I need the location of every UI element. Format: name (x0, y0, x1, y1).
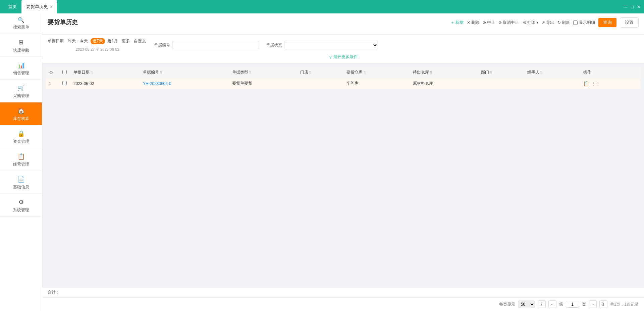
col-action: 操作 (580, 67, 641, 78)
display-detail-label: 显示明细 (579, 20, 595, 26)
shortcut-1month[interactable]: 近1月 (106, 38, 119, 44)
row-bill-no: YH-20230602-0 (140, 78, 229, 89)
purchase-icon: 🛒 (17, 84, 25, 92)
stop-button[interactable]: ⊘ 中止 (483, 20, 495, 26)
select-all-checkbox[interactable] (62, 70, 67, 74)
sidebar-item-operation[interactable]: 📋 经营管理 (0, 148, 42, 171)
shortcut-custom[interactable]: 自定义 (132, 38, 147, 44)
sort-date-icon[interactable]: ⇅ (90, 71, 93, 74)
tab-bar: + 新增 首页 要货单历史 × (3, 0, 623, 13)
display-detail-checkbox[interactable] (573, 20, 578, 25)
sort-billno-icon[interactable]: ⇅ (160, 71, 162, 74)
row-checkbox-cell (59, 78, 70, 89)
footer-total: 合计： (48, 290, 639, 295)
shortcut-yesterday[interactable]: 昨天 (66, 38, 77, 44)
page-size-select[interactable]: 50 100 200 (518, 301, 535, 308)
row-handler (524, 78, 580, 89)
window-close[interactable]: ✕ (637, 4, 641, 9)
sidebar-item-basic[interactable]: 📄 基础信息 (0, 171, 42, 194)
col-handler: 经手人⇅ (524, 67, 580, 78)
page-title: 要货单历史 (48, 18, 78, 30)
cancel-stop-icon: ⊘ (498, 20, 502, 25)
page-label: 第 (559, 302, 563, 307)
sidebar-item-sales[interactable]: 📊 销售管理 (0, 57, 42, 80)
tab-history[interactable]: 要货单历史 × (21, 0, 57, 13)
row-edit-icon[interactable]: 📋 (583, 81, 589, 86)
main-layout: 🔍 搜索菜单 ⊞ 快捷导航 📊 销售管理 🛒 采购管理 🏠 库存核算 🔒 资金管… (0, 13, 644, 311)
table-row: 1 2023-06-02 YH-20230602-0 要货单要货 车间库 (46, 78, 641, 89)
prev-page-button[interactable]: ＜ (548, 300, 556, 308)
bill-no-filter-group: 单据编号 (154, 41, 259, 49)
query-button[interactable]: 查询 (598, 18, 616, 27)
search-icon: 🔍 (18, 17, 24, 23)
basic-label: 基础信息 (13, 184, 29, 190)
export-button[interactable]: ↗ 导出 (542, 20, 554, 26)
sidebar-item-system[interactable]: ⚙ 系统管理 (0, 194, 42, 217)
page-header: 要货单历史 ＋ 新增 ✕ 删除 ⊘ 中止 ⊘ (42, 13, 644, 35)
sidebar-item-finance[interactable]: 🔒 资金管理 (0, 125, 42, 148)
status-label: 单据状态 (266, 42, 282, 48)
sidebar-search[interactable]: 🔍 搜索菜单 (0, 13, 42, 34)
top-bar: + 新增 首页 要货单历史 × — □ ✕ (0, 0, 644, 13)
row-pending-warehouse: 原材料仓库 (410, 78, 478, 89)
bill-no-label: 单据编号 (154, 42, 170, 48)
date-range-display: 2023-05-27 至 2023-06-02 (76, 47, 119, 52)
sidebar-item-purchase[interactable]: 🛒 采购管理 (0, 80, 42, 102)
expand-more-button[interactable]: ∨ 展开更多条件 (48, 54, 639, 60)
filter-bar: 单据日期 昨天 今天 近7天 近1月 更多 自定义 2023-05-27 至 2… (42, 35, 644, 63)
date-label: 单据日期 (48, 38, 64, 44)
sidebar-item-inventory[interactable]: 🏠 库存核算 (0, 102, 42, 125)
next-page-button[interactable]: ＞ (589, 300, 597, 308)
delete-button[interactable]: ✕ 删除 (467, 20, 479, 26)
status-filter-group: 单据状态 (266, 41, 378, 49)
export-icon: ↗ (542, 20, 545, 25)
settings-button[interactable]: 设置 (620, 17, 639, 28)
filter-row: 单据日期 昨天 今天 近7天 近1月 更多 自定义 2023-05-27 至 2… (48, 38, 639, 52)
sort-pendingwh-icon[interactable]: ⇅ (430, 71, 432, 74)
tab-close-icon[interactable]: × (50, 4, 52, 9)
bill-no-input[interactable] (172, 41, 259, 49)
col-pending-warehouse: 待出仓库⇅ (410, 67, 478, 78)
sidebar-item-quick-nav[interactable]: ⊞ 快捷导航 (0, 34, 42, 57)
cancel-stop-button[interactable]: ⊘ 取消中止 (498, 20, 519, 26)
table-footer: 合计： (42, 287, 644, 297)
row-store (297, 78, 343, 89)
tab-home[interactable]: + 新增 首页 (3, 0, 21, 13)
page-size-label: 每页显示 (499, 302, 515, 307)
sales-label: 销售管理 (13, 70, 29, 76)
sort-store-icon[interactable]: ⇅ (309, 71, 312, 74)
quick-nav-icon: ⊞ (18, 39, 23, 46)
date-filter-group: 单据日期 昨天 今天 近7天 近1月 更多 自定义 2023-05-27 至 2… (48, 38, 147, 52)
refresh-button[interactable]: ↻ 刷新 (557, 20, 570, 26)
finance-label: 资金管理 (13, 139, 29, 144)
row-bill-no-link[interactable]: YH-20230602-0 (143, 81, 171, 86)
first-page-button[interactable]: ⟪ (538, 300, 546, 308)
page-unit: 页 (582, 302, 586, 307)
settings-col: ⚙ (46, 67, 59, 78)
sort-reqwh-icon[interactable]: ⇅ (363, 71, 366, 74)
last-page-button[interactable]: ⟫ (599, 300, 607, 308)
window-maximize[interactable]: □ (631, 4, 634, 9)
row-date: 2023-06-02 (70, 78, 140, 89)
new-button[interactable]: ＋ 新增 (450, 20, 464, 26)
shortcut-today[interactable]: 今天 (78, 38, 89, 44)
sort-billtype-icon[interactable]: ⇅ (249, 71, 252, 74)
sort-handler-icon[interactable]: ⇅ (540, 71, 543, 74)
display-detail-toggle[interactable]: 显示明细 (573, 20, 595, 26)
shortcut-7days[interactable]: 近7天 (91, 38, 105, 44)
row-checkbox[interactable] (62, 81, 67, 85)
window-minimize[interactable]: — (623, 4, 628, 9)
page-number-input[interactable] (566, 301, 579, 308)
basic-icon: 📄 (17, 176, 25, 183)
row-more-icon[interactable]: ⋮⋮ (591, 81, 600, 86)
print-button[interactable]: 🖨 打印 ▾ (522, 20, 538, 26)
sort-dept-icon[interactable]: ⇅ (490, 71, 492, 74)
print-dropdown-icon: ▾ (536, 20, 538, 25)
action-icons: 📋 ⋮⋮ (583, 81, 637, 86)
shortcut-more[interactable]: 更多 (120, 38, 131, 44)
toolbar: ＋ 新增 ✕ 删除 ⊘ 中止 ⊘ 取消中止 (450, 17, 639, 31)
total-info: 共1页，1条记录 (610, 302, 639, 307)
status-select[interactable] (284, 41, 378, 49)
table-settings-icon[interactable]: ⚙ (49, 70, 53, 75)
quick-nav-label: 快捷导航 (13, 47, 29, 53)
